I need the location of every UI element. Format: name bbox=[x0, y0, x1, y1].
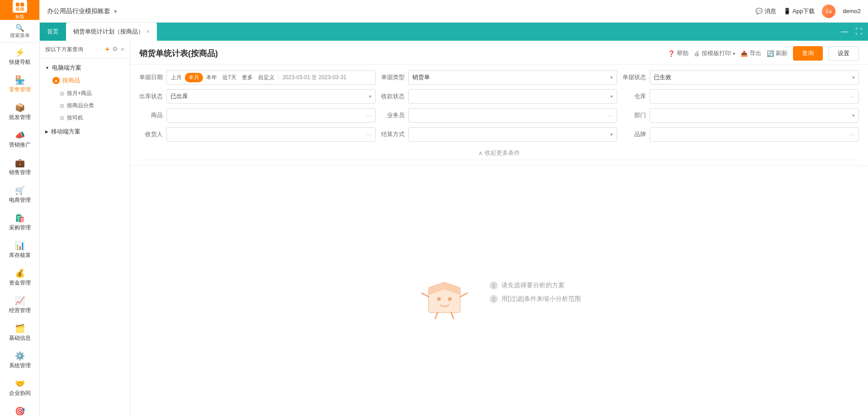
tree-expand-icon: ▼ bbox=[45, 66, 49, 70]
bill-type-label: 单据类型 bbox=[381, 73, 405, 81]
sidebar-item-ecommerce[interactable]: 🛒 电商管理 bbox=[0, 181, 39, 209]
help-label: 帮助 bbox=[677, 49, 689, 57]
user-avatar[interactable]: Ea bbox=[822, 5, 835, 18]
sidebar-item-retail[interactable]: 🏪 零售管理 bbox=[0, 71, 39, 98]
add-scheme-button[interactable]: + bbox=[105, 45, 109, 53]
refresh-button[interactable]: 🔄 刷新 bbox=[767, 49, 788, 57]
newbie-icon: 🎯 bbox=[15, 406, 25, 416]
shortcut-this-year[interactable]: 本年 bbox=[204, 73, 219, 82]
settings-scheme-button[interactable]: ⚙ bbox=[112, 45, 118, 53]
top-header: 办公用品行业模拟账套 ▾ 💬 消息 📱 App下载 Ea demo2 bbox=[40, 0, 868, 23]
tab-close-button[interactable]: × bbox=[146, 28, 150, 35]
tree-item-by-month-goods[interactable]: ⊞ 按月+商品 bbox=[40, 87, 130, 100]
shortcut-7days[interactable]: 近7天 bbox=[220, 73, 239, 82]
sidebar-item-purchase[interactable]: 🛍️ 采购管理 bbox=[0, 209, 39, 236]
tab-sales-stats[interactable]: 销货单统计计划（按商品） × bbox=[66, 23, 157, 41]
sidebar-item-newbie[interactable]: 🎯 新手引导 bbox=[0, 402, 39, 418]
app-download-button[interactable]: 📱 App下载 bbox=[783, 7, 815, 15]
payment-status-select[interactable]: ▾ bbox=[408, 89, 618, 104]
shortcut-more[interactable]: 更多 bbox=[240, 73, 255, 82]
sidebar-stock-label: 库存核算 bbox=[9, 252, 31, 259]
tree-expand-icon-mobile: ▶ bbox=[45, 129, 48, 134]
industry-label: 办公用品行业模拟账套 bbox=[47, 7, 110, 15]
salesman-select[interactable]: ··· bbox=[408, 108, 618, 123]
message-label: 消息 bbox=[764, 7, 776, 15]
by-month-goods-label: 按月+商品 bbox=[67, 90, 92, 97]
filter-item-payment-status: 收款状态 ▾ bbox=[381, 89, 618, 104]
warehouse-select[interactable]: ··· bbox=[650, 89, 859, 104]
out-status-select[interactable]: 已出库 ▾ bbox=[166, 89, 376, 104]
receiver-dots: ··· bbox=[366, 131, 372, 138]
tab-home[interactable]: 首页 bbox=[40, 23, 66, 41]
user-name: Ea bbox=[826, 9, 832, 14]
settings-button[interactable]: 设置 bbox=[828, 46, 859, 61]
tree-item-by-goods[interactable]: ● 按商品 bbox=[40, 74, 130, 87]
shortcut-last-month[interactable]: 上月 bbox=[169, 73, 184, 82]
stock-icon: 📊 bbox=[15, 241, 25, 251]
filter-item-date: 单据日期 上月 本月 本年 近7天 更多 自定义 2023-03-01 至 20… bbox=[139, 70, 376, 85]
print-label: 按模板打印 bbox=[702, 49, 731, 57]
salesman-label: 业务员 bbox=[381, 111, 405, 119]
left-panel-header: 按以下方案查询 + ⚙ « bbox=[40, 41, 130, 58]
tree-category-pc[interactable]: ▼ 电脑端方案 bbox=[40, 62, 130, 74]
tree-item-by-driver[interactable]: ⊞ 按司机 bbox=[40, 112, 130, 124]
collapse-panel-button[interactable]: « bbox=[121, 45, 124, 53]
message-button[interactable]: 💬 消息 bbox=[755, 7, 776, 15]
shortcut-this-month[interactable]: 本月 bbox=[185, 73, 203, 82]
sidebar-wholesale-label: 批发管理 bbox=[9, 114, 31, 121]
bill-type-arrow: ▾ bbox=[610, 75, 613, 81]
dept-select[interactable]: ▾ bbox=[650, 108, 859, 123]
sidebar-purchase-label: 采购管理 bbox=[9, 224, 31, 232]
receiver-select[interactable]: ··· bbox=[166, 127, 376, 142]
export-button[interactable]: 📤 导出 bbox=[741, 49, 761, 57]
sidebar-item-stock[interactable]: 📊 库存核算 bbox=[0, 236, 39, 264]
svg-rect-3 bbox=[20, 7, 24, 11]
shortcut-custom[interactable]: 自定义 bbox=[256, 73, 277, 82]
svg-point-5 bbox=[437, 297, 441, 301]
settlement-select[interactable]: ▾ bbox=[408, 127, 618, 142]
grid-icon-3: ⊞ bbox=[60, 115, 64, 121]
out-status-label: 出库状态 bbox=[139, 92, 163, 100]
sidebar-item-finance[interactable]: 💰 资金管理 bbox=[0, 264, 39, 291]
sidebar-item-marketing[interactable]: 📣 营销推广 bbox=[0, 126, 39, 153]
filter-item-bill-type: 单据类型 销货单 ▾ bbox=[381, 70, 618, 85]
print-button[interactable]: 🖨 按模板打印 ▾ bbox=[694, 49, 735, 57]
date-label: 单据日期 bbox=[139, 73, 163, 81]
tab-minimize-button[interactable]: — bbox=[839, 26, 850, 38]
empty-tips: 1 请先选择要分析的方案 2 用[过滤]条件来缩小分析范围 bbox=[490, 281, 581, 303]
query-button[interactable]: 查询 bbox=[793, 46, 823, 61]
sidebar-item-quicknav[interactable]: ⚡ 快捷导航 bbox=[0, 43, 39, 71]
brand-select[interactable]: ··· bbox=[650, 127, 859, 142]
sidebar-item-system[interactable]: ⚙️ 系统管理 bbox=[0, 347, 39, 374]
sidebar-item-base[interactable]: 🗂️ 基础信息 bbox=[0, 319, 39, 347]
sidebar-retail-label: 零售管理 bbox=[9, 86, 31, 94]
bill-type-select[interactable]: 销货单 ▾ bbox=[408, 70, 618, 85]
search-menu-item[interactable]: 🔍 搜索菜单 bbox=[0, 20, 39, 43]
industry-selector[interactable]: 办公用品行业模拟账套 ▾ bbox=[47, 7, 117, 15]
sidebar-subtitle: 标版 bbox=[15, 14, 24, 20]
sidebar-item-enterprise[interactable]: 🤝 企业协同 bbox=[0, 374, 39, 402]
sidebar-item-ops[interactable]: 📈 经营管理 bbox=[0, 291, 39, 319]
mobile-icon: 📱 bbox=[783, 8, 791, 14]
tree-category-mobile[interactable]: ▶ 移动端方案 bbox=[40, 126, 130, 138]
bill-status-select[interactable]: 已生效 ▾ bbox=[650, 70, 859, 85]
top-header-right: 💬 消息 📱 App下载 Ea demo2 bbox=[755, 5, 861, 18]
collapse-conditions-button[interactable]: ∧ 收起更多条件 bbox=[478, 149, 520, 157]
tab-maximize-button[interactable]: ⛶ bbox=[854, 26, 864, 38]
refresh-icon: 🔄 bbox=[767, 50, 774, 57]
goods-select[interactable]: ··· bbox=[166, 108, 376, 123]
warehouse-label: 仓库 bbox=[623, 92, 646, 100]
receiver-label: 收货人 bbox=[139, 130, 163, 138]
retail-icon: 🏪 bbox=[15, 75, 25, 85]
right-content: 销货单统计表(按商品) ❓ 帮助 🖨 按模板打印 ▾ 📤 导出 bbox=[130, 41, 868, 418]
date-filter[interactable]: 上月 本月 本年 近7天 更多 自定义 2023-03-01 至 2023-03… bbox=[166, 70, 376, 85]
home-tab-label: 首页 bbox=[47, 28, 59, 36]
sidebar-item-wholesale[interactable]: 📦 批发管理 bbox=[0, 98, 39, 126]
sidebar-item-sales[interactable]: 💼 销售管理 bbox=[0, 153, 39, 181]
tree-item-by-category[interactable]: ⊞ 按商品分类 bbox=[40, 100, 130, 112]
tip-2-text: 用[过滤]条件来缩小分析范围 bbox=[501, 295, 581, 303]
finance-icon: 💰 bbox=[15, 268, 25, 278]
marketing-icon: 📣 bbox=[15, 130, 25, 140]
empty-illustration bbox=[417, 265, 472, 319]
help-button[interactable]: ❓ 帮助 bbox=[668, 49, 689, 57]
